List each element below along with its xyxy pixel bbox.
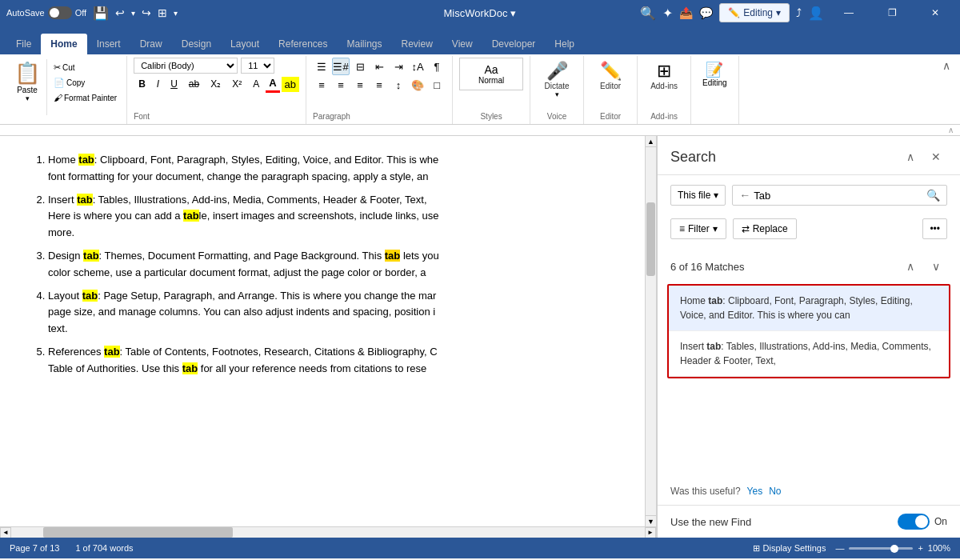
display-settings-button[interactable]: ⊞ Display Settings [753,543,826,554]
result-item-2[interactable]: Insert tab: Tables, Illustrations, Add-i… [669,331,949,377]
copy-button[interactable]: 📄 Copy [50,76,120,90]
font-color-button[interactable]: A [266,75,279,93]
document-scroll[interactable]: Home tab: Clipboard, Font, Paragraph, St… [0,136,645,526]
scroll-thumb-h[interactable] [43,527,234,538]
ribbon-share-icon[interactable]: ⤴ [796,6,802,19]
tab-home[interactable]: Home [41,34,86,54]
back-button[interactable]: ← [739,189,750,202]
search-input[interactable] [754,190,923,202]
tab-help[interactable]: Help [545,34,584,54]
share-icon[interactable]: 📤 [679,6,693,19]
line-spacing-button[interactable]: ↕ [390,76,407,94]
minimize-button[interactable]: — [830,0,867,26]
increase-indent-button[interactable]: ⇥ [390,58,407,75]
keyword-highlight-1: tab [78,154,94,166]
account-icon[interactable]: 👤 [808,6,824,21]
tab-references[interactable]: References [269,34,337,54]
tab-view[interactable]: View [442,34,482,54]
paste-button[interactable]: 📋 Paste ▾ [13,59,42,104]
numbered-list-button[interactable]: ☰# [332,58,350,75]
subscript-button[interactable]: X₂ [206,76,226,92]
autosave-control[interactable]: AutoSave Off [6,6,86,19]
tab-layout[interactable]: Layout [221,34,269,54]
undo-dropdown[interactable]: ▾ [131,9,135,18]
feedback-no-link[interactable]: No [769,486,781,497]
filter-button[interactable]: ≡ Filter ▾ [670,218,726,239]
tab-design[interactable]: Design [172,34,221,54]
bold-button[interactable]: B [134,76,150,92]
new-find-toggle[interactable] [898,514,930,530]
tab-insert[interactable]: Insert [87,34,130,54]
superscript-button[interactable]: X² [227,76,246,92]
align-left-button[interactable]: ≡ [313,76,330,94]
save-icon[interactable]: 💾 [93,6,109,21]
editing-mode-button[interactable]: ✏️ Editing ▾ [719,3,790,22]
zoom-slider[interactable] [849,547,913,550]
replace-button[interactable]: ⇄ Replace [733,218,797,239]
zoom-out-button[interactable]: — [835,543,844,553]
scroll-up-button[interactable]: ▲ [646,136,656,147]
scroll-thumb[interactable] [646,202,655,276]
close-button[interactable]: ✕ [917,0,954,26]
view-toggle[interactable]: ⊞ [158,6,167,19]
next-result-button[interactable]: ∨ [925,255,947,278]
redo-btn[interactable]: ↪ [142,6,151,19]
styles-gallery[interactable]: Aa Normal [459,58,523,90]
editing-ribbon-button[interactable]: 📝 Editing [698,58,732,90]
sort-button[interactable]: ↕A [409,58,426,75]
align-center-button[interactable]: ≡ [332,76,350,94]
result-text-1: Home tab: Clipboard, Font, Paragraph, St… [680,294,938,322]
format-painter-button[interactable]: 🖌 Format Painter [50,91,120,104]
search-icon[interactable]: 🔍 [640,6,656,21]
horizontal-scrollbar[interactable]: ◄ ► [0,526,656,538]
filename-dropdown[interactable]: ▾ [510,7,516,19]
font-size-select[interactable]: 11 [241,58,274,74]
search-close-button[interactable]: ✕ [925,146,947,168]
feedback-yes-link[interactable]: Yes [747,486,763,497]
shading-button[interactable]: 🎨 [409,76,426,94]
decrease-indent-button[interactable]: ⇤ [370,58,388,75]
dictate-button[interactable]: 🎤 Dictate ▾ [537,58,577,102]
underline-button[interactable]: U [166,76,182,92]
undo-btn[interactable]: ↩ [115,6,125,19]
tab-developer[interactable]: Developer [482,34,546,54]
clear-format-button[interactable]: A [248,76,264,92]
search-collapse-button[interactable]: ∧ [899,146,922,168]
comments-icon[interactable]: 💬 [699,6,713,19]
editor-button[interactable]: ✏️ Editor [590,58,630,94]
border-button[interactable]: □ [428,76,446,94]
multilevel-list-button[interactable]: ⊟ [351,58,369,75]
restore-button[interactable]: ❐ [874,0,910,26]
zoom-in-button[interactable]: + [918,543,922,553]
copilot-icon[interactable]: ✦ [662,6,673,21]
align-right-button[interactable]: ≡ [351,76,369,94]
search-submit-icon[interactable]: 🔍 [926,189,940,202]
scroll-down-button[interactable]: ▼ [646,515,656,526]
addins-button[interactable]: ⊞ Add-ins [644,58,684,94]
tab-draw[interactable]: Draw [130,34,172,54]
bullet-list-button[interactable]: ☰ [313,58,330,75]
autosave-toggle[interactable] [48,6,72,19]
tab-review[interactable]: Review [392,34,442,54]
vertical-scrollbar[interactable]: ▲ ▼ [645,136,656,526]
cut-button[interactable]: ✂ Cut [50,61,120,74]
justify-button[interactable]: ≡ [370,76,388,94]
scroll-left-button[interactable]: ◄ [0,527,11,538]
strikethrough-button[interactable]: ab [184,76,204,92]
italic-button[interactable]: I [152,76,164,92]
ribbon-collapse[interactable]: ∧ [939,56,954,124]
highlight-button[interactable]: ab [282,77,299,92]
prev-result-button[interactable]: ∧ [899,255,922,278]
paragraph-marks-button[interactable]: ¶ [428,58,446,75]
scroll-right-button[interactable]: ► [645,527,656,538]
more-options-button[interactable]: ••• [922,218,947,239]
view-dropdown[interactable]: ▾ [174,9,178,18]
collapse-bar[interactable]: ∧ [0,125,960,136]
font-name-select[interactable]: Calibri (Body) [134,58,238,74]
zoom-control[interactable]: — + 100% [835,543,950,553]
scope-selector[interactable]: This file ▾ [670,185,726,206]
dictate-dropdown[interactable]: ▾ [555,90,559,98]
result-item-1[interactable]: Home tab: Clipboard, Font, Paragraph, St… [669,286,949,331]
tab-file[interactable]: File [6,34,41,54]
tab-mailings[interactable]: Mailings [337,34,391,54]
